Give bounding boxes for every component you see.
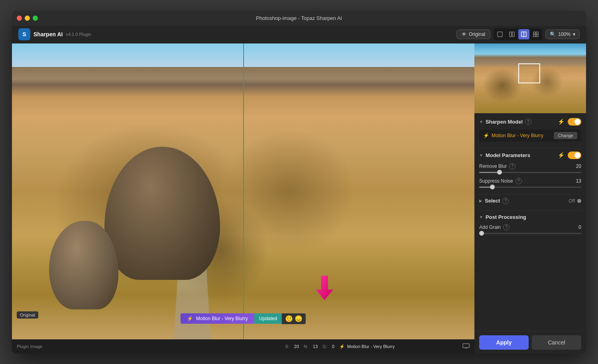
zoom-chevron-icon: ▾ <box>573 31 575 37</box>
select-toggle-dot <box>577 199 581 203</box>
maximize-button[interactable] <box>33 16 38 21</box>
happy-icon[interactable]: 🙂 <box>285 315 293 323</box>
suppress-noise-help-icon[interactable]: ? <box>515 178 522 184</box>
suppress-noise-slider-track[interactable] <box>479 187 581 188</box>
sharpen-model-chevron-icon[interactable]: ▼ <box>479 120 483 124</box>
thumbnail-area[interactable] <box>474 43 586 113</box>
zoom-control[interactable]: 🔍 100% ▾ <box>545 30 580 39</box>
image-left-original <box>12 43 243 339</box>
add-grain-label-text: Add Grain <box>479 224 501 230</box>
view-grid-button[interactable] <box>530 29 541 39</box>
split-h-icon <box>521 31 527 37</box>
svg-rect-8 <box>536 35 538 37</box>
apply-button[interactable]: Apply <box>479 335 529 350</box>
logo-area: S Sharpen AI v4.1.0 Plugin <box>18 28 91 40</box>
split-image <box>12 43 474 339</box>
image-container[interactable]: ⚡ Motion Blur - Very Blurry Updated 🙂 😞 … <box>12 43 474 339</box>
grid-icon <box>533 31 539 37</box>
sharpen-model-header: ▼ Sharpen Model ? ⚡ <box>479 118 581 126</box>
remove-blur-slider-thumb[interactable] <box>497 170 502 175</box>
model-parameters-section: ▼ Model Parameters ⚡ <box>479 152 581 188</box>
add-grain-help-icon[interactable]: ? <box>503 224 509 230</box>
model-params-controls: ⚡ <box>558 152 581 159</box>
view-split-v-button[interactable] <box>506 29 517 39</box>
select-title-area: ▶ Select ? <box>479 198 509 204</box>
sharpen-model-section: ▼ Sharpen Model ? ⚡ ⚡ <box>479 118 581 142</box>
bolt-icon: ⚡ <box>187 316 193 321</box>
plugin-label: Plugin Image <box>17 344 42 349</box>
zoom-value: 100% <box>558 31 570 37</box>
bottom-buttons: Apply Cancel <box>474 331 586 354</box>
sad-icon[interactable]: 😞 <box>295 315 303 323</box>
sharpen-model-toggle[interactable] <box>568 118 581 126</box>
svg-rect-5 <box>533 32 535 34</box>
model-row: ⚡ Motion Blur - Very Blurry Change <box>479 130 581 142</box>
remove-blur-help-icon[interactable]: ? <box>509 163 515 169</box>
model-params-toggle[interactable] <box>568 152 581 159</box>
right-panel: ▼ Sharpen Model ? ⚡ ⚡ <box>474 43 586 354</box>
svg-rect-0 <box>498 32 502 37</box>
post-processing-header: ▼ Post Processing <box>479 214 581 220</box>
svg-rect-7 <box>533 35 535 37</box>
panel-content: ▼ Sharpen Model ? ⚡ ⚡ <box>474 113 586 331</box>
landscape-overlay-right <box>243 43 474 339</box>
model-name-text: Motion Blur - Very Blurry <box>492 133 543 138</box>
arrow-indicator <box>313 274 336 303</box>
processed-image <box>243 43 474 339</box>
separator-3 <box>479 211 581 211</box>
model-parameters-header: ▼ Model Parameters ⚡ <box>479 152 581 159</box>
svg-rect-2 <box>512 32 514 37</box>
add-grain-label-row: Add Grain ? 0 <box>479 224 581 230</box>
down-arrow-icon <box>313 274 336 302</box>
updated-badge: Updated <box>254 313 282 324</box>
n-label: N: <box>304 344 308 349</box>
sharpen-model-controls: ⚡ <box>558 118 581 126</box>
cancel-button[interactable]: Cancel <box>532 335 581 350</box>
s-label: S: <box>285 344 289 349</box>
split-divider[interactable] <box>243 43 244 339</box>
updated-badge-text: Updated <box>259 316 277 321</box>
traffic-lights <box>17 16 38 21</box>
select-help-icon[interactable]: ? <box>502 198 509 204</box>
remove-blur-slider-fill <box>479 172 500 173</box>
view-split-h-button[interactable] <box>518 29 529 39</box>
zoom-icon: 🔍 <box>550 31 556 37</box>
model-params-chevron-icon[interactable]: ▼ <box>479 153 483 157</box>
params-toggle-knob <box>574 152 580 158</box>
add-grain-slider-track[interactable] <box>479 233 581 234</box>
g-value: 0 <box>332 344 334 349</box>
add-grain-label: Add Grain ? <box>479 224 509 230</box>
close-button[interactable] <box>17 16 22 21</box>
app-logo-icon: S <box>18 28 30 40</box>
post-processing-chevron-icon[interactable]: ▼ <box>479 215 483 219</box>
minimize-button[interactable] <box>25 16 30 21</box>
add-grain-param: Add Grain ? 0 <box>479 224 581 234</box>
select-chevron-icon[interactable]: ▶ <box>479 199 482 203</box>
svg-rect-9 <box>463 344 469 348</box>
suppress-noise-slider-thumb[interactable] <box>490 185 495 189</box>
separator-2 <box>479 194 581 195</box>
sharpen-model-help-icon[interactable]: ? <box>525 118 531 125</box>
n-value: 13 <box>313 344 318 349</box>
model-params-title-area: ▼ Model Parameters <box>479 152 530 158</box>
rating-buttons: 🙂 😞 <box>282 313 306 324</box>
view-single-button[interactable] <box>494 29 506 39</box>
thumbnail-viewport[interactable] <box>518 63 540 83</box>
change-model-button[interactable]: Change <box>554 132 577 139</box>
s-value: 20 <box>294 344 299 349</box>
post-processing-title-area: ▼ Post Processing <box>479 214 526 220</box>
original-image <box>12 43 243 339</box>
single-view-icon <box>497 31 503 37</box>
remove-blur-slider-track[interactable] <box>479 172 581 173</box>
add-grain-slider-thumb[interactable] <box>479 231 484 236</box>
model-bolt-icon: ⚡ <box>483 133 489 138</box>
status-model-name: Motion Blur - Very Blurry <box>347 344 395 349</box>
sharpen-toggle-knob <box>574 119 580 125</box>
content-area: ⚡ Motion Blur - Very Blurry Updated 🙂 😞 … <box>12 43 586 354</box>
rock2-left <box>49 221 118 310</box>
suppress-noise-label: Suppress Noise ? <box>479 178 522 184</box>
original-button[interactable]: 👁 Original <box>456 30 490 39</box>
model-name-display: ⚡ Motion Blur - Very Blurry <box>483 133 543 138</box>
status-model-info: ⚡ Motion Blur - Very Blurry <box>339 344 395 349</box>
select-title: Select <box>485 198 500 204</box>
